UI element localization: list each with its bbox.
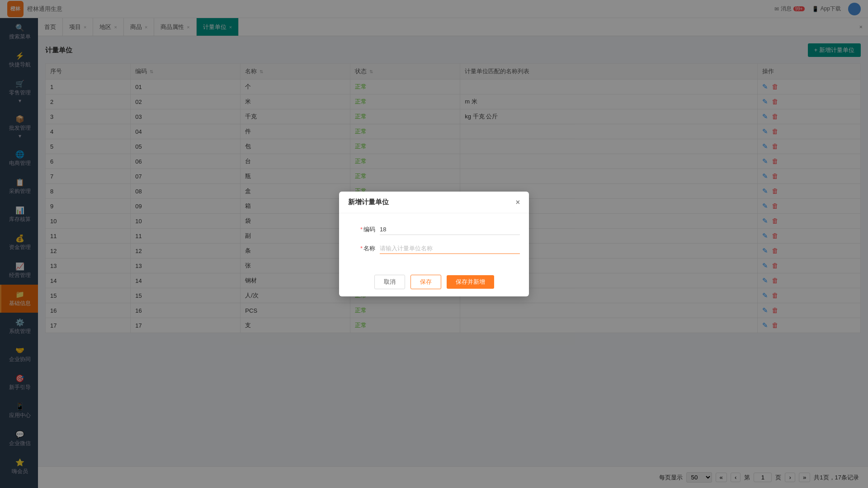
modal-footer: 取消 保存 保存并新增	[339, 269, 529, 296]
code-input[interactable]	[380, 224, 520, 235]
name-input[interactable]	[380, 243, 520, 254]
modal-overlay[interactable]: 新增计量单位 × *编码 *名称 取消 保存 保存并新增	[0, 0, 868, 488]
add-unit-modal: 新增计量单位 × *编码 *名称 取消 保存 保存并新增	[339, 192, 529, 296]
save-button[interactable]: 保存	[410, 275, 441, 289]
name-form-row: *名称	[348, 243, 520, 254]
save-new-button[interactable]: 保存并新增	[447, 275, 494, 289]
code-label: *编码	[348, 225, 375, 234]
code-form-row: *编码	[348, 224, 520, 235]
cancel-button[interactable]: 取消	[374, 275, 405, 289]
modal-header: 新增计量单位 ×	[339, 192, 529, 213]
modal-title: 新增计量单位	[348, 198, 389, 206]
modal-close-button[interactable]: ×	[516, 198, 520, 206]
name-label: *名称	[348, 244, 375, 253]
modal-body: *编码 *名称	[339, 213, 529, 269]
